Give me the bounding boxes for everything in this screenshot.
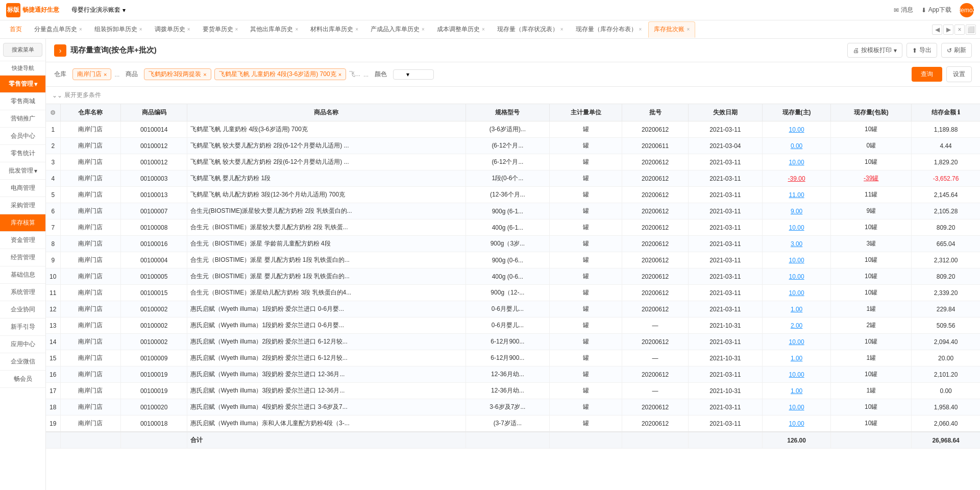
sidebar-item-dian-shang-guanli[interactable]: 电商管理 [0, 180, 45, 197]
tab-yao-huo[interactable]: 要货单历史 × [197, 21, 244, 38]
sidebar-item-hui-yuan-zhongxin[interactable]: 会员中心 [0, 128, 45, 145]
sidebar-item-ying-yong-zhongxin[interactable]: 应用中心 [0, 336, 45, 353]
tab-close-zu-chai[interactable]: × [139, 27, 142, 32]
sidebar-item-zi-jin-guanli[interactable]: 资金管理 [0, 232, 45, 249]
export-btn[interactable]: ⬆ 导出 [906, 43, 937, 58]
tab-close-qi-ta-chu[interactable]: × [295, 27, 298, 32]
product-more[interactable]: 飞... [349, 70, 360, 79]
tab-close-ku-cun-pizhang[interactable]: × [687, 27, 690, 32]
row-qty-main[interactable]: 1.00 [762, 350, 831, 366]
warehouse-more[interactable]: ... [114, 71, 119, 78]
tab-home[interactable]: 首页 [4, 21, 28, 38]
search-btn[interactable]: 查询 [912, 67, 942, 82]
row-qty-main[interactable]: 2.00 [762, 317, 831, 334]
row-qty-main[interactable]: 10.00 [762, 334, 831, 350]
sidebar-item-ku-cun-hesuan[interactable]: 库存核算 [0, 214, 45, 232]
row-code: 00100013 [121, 187, 187, 203]
tab-close-tiao-bo[interactable]: × [187, 27, 190, 32]
sidebar-item-xin-shou-yindao[interactable]: 新手引导 [0, 318, 45, 336]
row-qty-main[interactable]: 10.00 [762, 285, 831, 301]
row-name: 惠氏启赋（Wyeth illuma）2段奶粉 爱尔兰进口 6-12月较... [187, 334, 465, 350]
tab-close-fen-pan[interactable]: × [79, 27, 82, 32]
tab-close-xian-cun-kuzhuang[interactable]: × [560, 27, 564, 32]
row-code: 00100015 [121, 285, 187, 301]
sidebar-item-xi-tong-guanli[interactable]: 系统管理 [0, 284, 45, 301]
row-qty-main[interactable]: 10.00 [762, 399, 831, 415]
avatar[interactable]: demo2 [960, 3, 974, 17]
product-tag-1[interactable]: 飞鹤奶粉3段两提装 × [144, 68, 211, 80]
tab-nav-right[interactable]: ▶ [943, 24, 953, 35]
product-tag-2-close[interactable]: × [338, 71, 341, 78]
row-qty-main[interactable]: 10.00 [762, 219, 831, 236]
settings-btn[interactable]: 设置 [946, 66, 972, 82]
tab-nav-close[interactable]: × [954, 24, 965, 35]
nav-dropdown[interactable]: 母婴行业演示账套 ▾ [67, 4, 130, 16]
tab-zu-chai[interactable]: 组装拆卸单历史 × [89, 21, 148, 38]
sidebar-item-ying-xiao-tuiguang[interactable]: 营销推广 [0, 110, 45, 128]
color-select[interactable]: ▾ [393, 69, 434, 80]
sidebar-item-ji-chu-xinxi[interactable]: 基础信息 [0, 266, 45, 284]
tab-nav-maximize[interactable]: ⬜ [966, 24, 976, 35]
row-qty-main[interactable]: 10.00 [762, 415, 831, 432]
sidebar-item-cai-gou-guanli[interactable]: 采购管理 [0, 197, 45, 214]
row-qty-main[interactable]: 11.00 [762, 187, 831, 203]
row-qty-main[interactable]: -39.00 [762, 170, 831, 187]
row-expire: 2021-03-04 [688, 138, 762, 154]
row-qty-pkg: 10罐 [831, 219, 912, 236]
sidebar-item-chang-hui-yuan[interactable]: 畅会员 [0, 371, 45, 388]
product-tag-2[interactable]: 飞鹤星飞帆 儿童奶粉 4段(3-6岁适用) 700克 × [214, 68, 346, 80]
row-qty-main[interactable]: 0.00 [762, 138, 831, 154]
expand-sidebar-btn[interactable]: › [54, 44, 66, 57]
product-tag-1-close[interactable]: × [203, 71, 206, 78]
tab-xian-cun-fenpei[interactable]: 现存量（库存分布表） × [570, 21, 648, 38]
row-qty-main[interactable]: 1.00 [762, 301, 831, 317]
row-code: 00100012 [121, 154, 187, 170]
tab-nav-left[interactable]: ◀ [932, 24, 942, 35]
messages-btn[interactable]: ✉ 消息 [894, 6, 913, 14]
sidebar-item-ling-shou-shangcheng[interactable]: 零售商城 [0, 93, 45, 110]
table-row: 17 南岸门店 00100019 惠氏启赋（Wyeth illuma）3段奶粉 … [46, 383, 980, 399]
row-warehouse: 南岸门店 [60, 268, 121, 285]
row-qty-main[interactable]: 10.00 [762, 154, 831, 170]
row-qty-main[interactable]: 10.00 [762, 252, 831, 268]
tab-cheng-ben[interactable]: 成本调整单历史 × [431, 21, 491, 38]
template-print-btn[interactable]: 🖨 按模板打印 ▾ [847, 43, 902, 58]
table-container[interactable]: ⚙ 仓库名称 商品编码 商品名称 规格型号 主计量单位 批号 失效日期 现存量(… [46, 104, 980, 490]
tab-close-cai-liao-chu[interactable]: × [355, 27, 358, 32]
quick-nav-btn[interactable]: 快捷导航 [0, 61, 45, 76]
product-ellipsis[interactable]: ... [363, 71, 369, 78]
warehouse-tag-close[interactable]: × [104, 71, 107, 78]
tab-close-yao-huo[interactable]: × [235, 27, 238, 32]
row-no: 2 [46, 138, 60, 154]
sidebar-item-qi-ye-weixin[interactable]: 企业微信 [0, 353, 45, 371]
tab-ku-cun-pizhang[interactable]: 库存批次账 × [648, 21, 695, 38]
tab-close-chan-pin-ru[interactable]: × [422, 27, 425, 32]
tab-cai-liao-chu[interactable]: 材料出库单历史 × [305, 21, 364, 38]
tab-chan-pin-ru[interactable]: 产成品入库单历史 × [365, 21, 430, 38]
sidebar-item-ling-shou-guanli[interactable]: 零售管理 ▾ [0, 76, 45, 93]
sidebar-item-jing-ying-guanli[interactable]: 经营管理 [0, 249, 45, 266]
row-qty-main[interactable]: 9.00 [762, 203, 831, 219]
tab-close-xian-cun-fenpei[interactable]: × [639, 27, 642, 32]
row-unit: 罐 [550, 301, 622, 317]
row-qty-main[interactable]: 10.00 [762, 268, 831, 285]
sidebar-item-qi-ye-xietong[interactable]: 企业协同 [0, 301, 45, 318]
tab-close-cheng-ben[interactable]: × [482, 27, 485, 32]
tab-qi-ta-chu[interactable]: 其他出库单历史 × [244, 21, 304, 38]
app-download-btn[interactable]: ⬇ App下载 [921, 6, 951, 14]
row-qty-main[interactable]: 10.00 [762, 121, 831, 138]
row-qty-main[interactable]: 1.00 [762, 383, 831, 399]
row-no: 11 [46, 285, 60, 301]
warehouse-tag[interactable]: 南岸门店 × [72, 68, 111, 80]
tab-fen-pan[interactable]: 分量盘点单历史 × [29, 21, 88, 38]
refresh-btn[interactable]: ↺ 刷新 [941, 43, 972, 58]
row-qty-main[interactable]: 10.00 [762, 366, 831, 383]
tab-tiao-bo[interactable]: 调拨单历史 × [149, 21, 196, 38]
search-menu-btn[interactable]: 搜索菜单 [3, 43, 42, 57]
sidebar-item-ling-shou-tongji[interactable]: 零售统计 [0, 145, 45, 162]
tab-xian-cun-kuzhuang[interactable]: 现存量（库存状况表） × [492, 21, 569, 38]
expand-conditions-btn[interactable]: ⌄⌄ 展开更多条件 [48, 89, 978, 102]
sidebar-item-pi-fa-guanli[interactable]: 批发管理 ▾ [0, 162, 45, 180]
col-settings[interactable]: ⚙ [46, 104, 60, 121]
row-qty-main[interactable]: 3.00 [762, 236, 831, 252]
